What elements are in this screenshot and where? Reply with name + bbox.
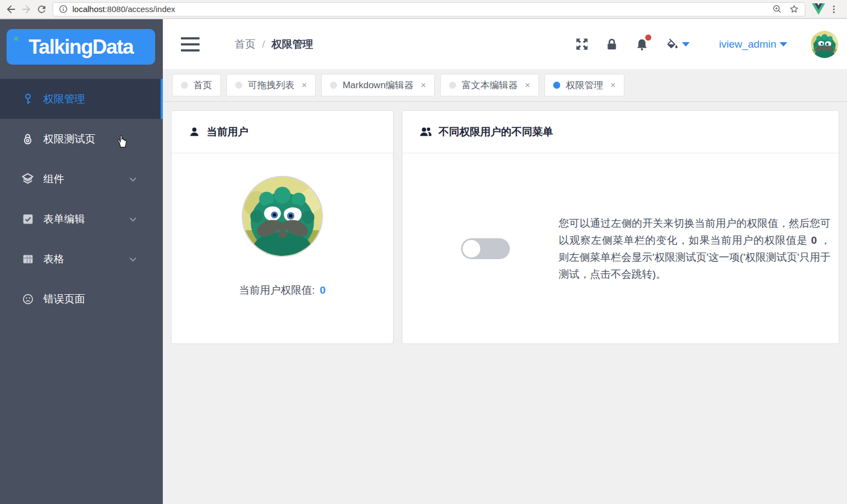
checkbox-icon bbox=[20, 211, 35, 226]
tab-draggable-list[interactable]: 可拖拽列表 × bbox=[226, 74, 316, 96]
tab-access-admin[interactable]: 权限管理 × bbox=[544, 74, 624, 96]
app-root: TalkingData 权限管理 权限测试页 bbox=[0, 19, 847, 504]
main-area: 首页 / 权限管理 bbox=[163, 19, 847, 504]
breadcrumb: 首页 / 权限管理 bbox=[235, 37, 313, 51]
browser-refresh-icon[interactable] bbox=[34, 2, 49, 17]
people-icon bbox=[419, 125, 433, 139]
layers-icon bbox=[20, 171, 35, 186]
permission-description: 您可以通过左侧的开关来切换当前用户的权限值，然后您可以观察左侧菜单栏的变化，如果… bbox=[559, 215, 831, 283]
zoom-page-icon[interactable] bbox=[772, 4, 782, 14]
user-menu[interactable]: iview_admin bbox=[719, 38, 787, 50]
vue-devtools-icon[interactable] bbox=[811, 2, 826, 17]
breadcrumb-current: 权限管理 bbox=[271, 37, 313, 51]
close-icon[interactable]: × bbox=[302, 81, 307, 90]
tab-status-dot bbox=[235, 82, 242, 89]
chevron-down-icon bbox=[682, 42, 690, 47]
theme-paint-icon bbox=[664, 37, 680, 52]
sidebar-item-label: 错误页面 bbox=[43, 292, 85, 306]
app-logo[interactable]: TalkingData bbox=[7, 29, 155, 65]
sidebar-item-label: 表格 bbox=[43, 252, 64, 266]
close-icon[interactable]: × bbox=[610, 81, 616, 90]
tab-label: 富文本编辑器 bbox=[462, 79, 518, 91]
tab-status-dot bbox=[553, 82, 560, 89]
chevron-down-icon bbox=[128, 255, 138, 267]
description-bold-value: 0 bbox=[811, 234, 817, 246]
fullscreen-icon[interactable] bbox=[574, 37, 589, 52]
breadcrumb-home[interactable]: 首页 bbox=[235, 37, 255, 51]
lock-icon bbox=[20, 131, 35, 146]
unread-badge bbox=[645, 35, 651, 41]
chevron-down-icon bbox=[128, 175, 138, 187]
tab-label: 权限管理 bbox=[566, 79, 603, 91]
notification-bell-icon[interactable] bbox=[634, 37, 650, 52]
sidebar-item-access-test[interactable]: 权限测试页 bbox=[0, 119, 163, 159]
address-bar[interactable]: localhost:8080/access/index bbox=[53, 2, 805, 16]
chevron-down-icon bbox=[780, 42, 787, 47]
tab-status-dot bbox=[330, 82, 337, 89]
current-user-avatar bbox=[242, 176, 323, 257]
page-tabs: 首页 可拖拽列表 × Markdown编辑器 × 富文本编辑器 × bbox=[163, 69, 847, 102]
card-title: 当前用户 bbox=[207, 125, 248, 139]
breadcrumb-separator: / bbox=[262, 38, 265, 50]
key-icon bbox=[20, 91, 35, 106]
permission-label: 当前用户权限值: bbox=[239, 284, 315, 296]
card-header: 不同权限用户的不同菜单 bbox=[402, 111, 839, 153]
sidebar-item-components[interactable]: 组件 bbox=[0, 159, 163, 199]
header-actions: iview_admin bbox=[574, 31, 838, 58]
tab-label: 可拖拽列表 bbox=[248, 79, 294, 91]
sidebar-item-form-edit[interactable]: 表单编辑 bbox=[0, 199, 163, 239]
sidebar-item-access-admin[interactable]: 权限管理 bbox=[0, 79, 163, 119]
browser-menu-icon[interactable] bbox=[826, 2, 842, 17]
tab-status-dot bbox=[449, 82, 456, 89]
url-path: :8080/access/index bbox=[105, 4, 175, 14]
current-user-card: 当前用户 当前用户权限值:0 bbox=[171, 110, 394, 344]
collapse-menu-icon[interactable] bbox=[181, 37, 200, 51]
browser-forward-icon[interactable] bbox=[19, 2, 34, 17]
sidebar-item-label: 表单编辑 bbox=[43, 212, 85, 226]
tab-status-dot bbox=[181, 82, 188, 89]
sidebar-item-error-pages[interactable]: 错误页面 bbox=[0, 279, 163, 319]
theme-switcher[interactable] bbox=[664, 37, 690, 52]
card-title: 不同权限用户的不同菜单 bbox=[439, 125, 553, 139]
sad-face-icon bbox=[20, 291, 35, 306]
description-text: 您可以通过左侧的开关来切换当前用户的权限值，然后您可以观察左侧菜单栏的变化，如果… bbox=[559, 217, 831, 246]
page-info-icon[interactable] bbox=[59, 4, 68, 14]
tab-label: 首页 bbox=[194, 79, 212, 91]
url-host: localhost bbox=[72, 4, 105, 14]
chevron-down-icon bbox=[128, 215, 138, 227]
tab-rich-text-editor[interactable]: 富文本编辑器 × bbox=[440, 74, 539, 96]
table-icon bbox=[20, 251, 35, 266]
screen: localhost:8080/access/index TalkingData bbox=[0, 0, 847, 504]
browser-back-icon[interactable] bbox=[3, 2, 19, 17]
sidebar-item-label: 组件 bbox=[43, 172, 64, 186]
sidebar-item-label: 权限测试页 bbox=[43, 132, 95, 146]
bookmark-star-icon[interactable] bbox=[789, 4, 799, 14]
permission-toggle[interactable] bbox=[461, 238, 510, 259]
user-avatar[interactable] bbox=[811, 31, 838, 58]
browser-toolbar: localhost:8080/access/index bbox=[0, 0, 847, 19]
sidebar-menu: 权限管理 权限测试页 组件 bbox=[0, 79, 163, 319]
close-icon[interactable]: × bbox=[420, 81, 426, 90]
permission-line: 当前用户权限值:0 bbox=[172, 283, 393, 297]
card-header: 当前用户 bbox=[172, 111, 393, 153]
lock-screen-icon[interactable] bbox=[604, 37, 619, 52]
close-icon[interactable]: × bbox=[525, 81, 530, 90]
person-icon bbox=[188, 125, 201, 138]
sidebar-item-tables[interactable]: 表格 bbox=[0, 239, 163, 279]
logo-accent-dot bbox=[14, 37, 18, 41]
logo-text: TalkingData bbox=[29, 36, 133, 59]
tab-home[interactable]: 首页 bbox=[172, 74, 221, 96]
tab-markdown-editor[interactable]: Markdown编辑器 × bbox=[321, 74, 435, 96]
url-text: localhost:8080/access/index bbox=[72, 4, 772, 14]
top-header: 首页 / 权限管理 bbox=[163, 19, 847, 69]
sidebar-item-label: 权限管理 bbox=[43, 92, 85, 106]
permission-value: 0 bbox=[320, 284, 326, 296]
tab-label: Markdown编辑器 bbox=[343, 79, 413, 91]
permission-menus-card: 不同权限用户的不同菜单 您可以通过左侧的开关来切换当前用户的权限值，然后您可以观… bbox=[402, 110, 839, 344]
sidebar: TalkingData 权限管理 权限测试页 bbox=[0, 19, 163, 504]
username: iview_admin bbox=[719, 38, 776, 50]
